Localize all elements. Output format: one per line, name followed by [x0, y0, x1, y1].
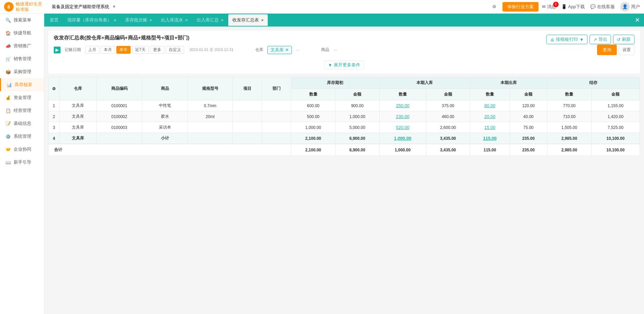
tab-batch-account[interactable]: 库存批次账 ✕: [121, 14, 156, 26]
sidebar-item-finance[interactable]: 💰 资金管理: [0, 91, 44, 104]
subtotal-in-qty[interactable]: 1,000.00: [379, 133, 426, 144]
query-button[interactable]: 查询: [597, 45, 617, 55]
total-balance-qty: 2,985.00: [547, 144, 591, 156]
row1-out-qty-link[interactable]: 80.00: [484, 103, 496, 108]
table-row: 1 文具库 0100001 中性笔 0.7mm 600.00 900.00 25…: [49, 100, 640, 111]
sidebar-item-sales[interactable]: 🛒 销售管理: [0, 52, 44, 65]
row3-opening-amt: 5,000.00: [335, 122, 379, 133]
row1-out-qty[interactable]: 80.00: [470, 100, 510, 111]
date-btn-this-month[interactable]: 本月: [101, 46, 115, 54]
sidebar-item-inventory[interactable]: 📊 库存核算: [0, 78, 44, 91]
table-row: 3 文具库 0100003 采访本 1,000.00 5,000.00 520.…: [49, 122, 640, 133]
export-label: 导出: [598, 36, 607, 43]
row1-product-code: 0100001: [97, 100, 142, 111]
tab-batch-account-close-icon[interactable]: ✕: [149, 18, 152, 22]
message-item[interactable]: ✉ 消息 6: [542, 4, 556, 10]
row3-in-qty[interactable]: 520.00: [379, 122, 426, 133]
sidebar-item-label: 快捷导航: [14, 30, 31, 36]
row2-product-code: 0100002: [97, 111, 142, 122]
row3-out-qty[interactable]: 15.00: [470, 122, 510, 133]
th-out-amt: 金额: [510, 89, 547, 100]
tab-stock-dist[interactable]: 现存量（库存分布表） ✕: [63, 14, 120, 26]
user-item[interactable]: 👤 用户: [620, 2, 640, 12]
warehouse-more-icon[interactable]: ···: [296, 48, 299, 52]
date-btn-custom[interactable]: 自定义: [166, 46, 184, 54]
top-bar: 6 畅捷通好生意 标准版 装备及固定资产辅助管理系统 ▼ ⚙ 体验行业方案 ✉ …: [0, 0, 644, 14]
filter-settings-button[interactable]: 设置: [619, 45, 634, 55]
table-container: ⚙ 仓库 商品编码 商品 规格型号 项目 部门 库存期初 本期入库 本期出库 结…: [48, 77, 640, 156]
tabs-close-all-icon[interactable]: ✕: [632, 16, 643, 24]
th-settings[interactable]: ⚙: [49, 77, 60, 100]
warehouse-tag: 文具库 ✕: [267, 46, 292, 54]
row2-department: [262, 111, 291, 122]
tab-home[interactable]: 首页: [46, 14, 63, 26]
th-group-opening: 库存期初: [291, 77, 379, 89]
tab-recv-send-summary[interactable]: 收发存汇总表 ✕: [228, 14, 268, 26]
tab-inout-flow[interactable]: 出入库流水 ✕: [157, 14, 192, 26]
expand-conditions-button[interactable]: ▼ 展开更多条件: [324, 61, 364, 69]
warehouse-tag-remove-icon[interactable]: ✕: [285, 47, 289, 52]
warehouse-filter-label: 仓库: [255, 47, 263, 53]
row2-out-qty[interactable]: 20.00: [470, 111, 510, 122]
guide-icon: 📖: [5, 160, 11, 165]
subtotal-in-amt: 3,435.00: [426, 133, 470, 144]
row3-out-qty-link[interactable]: 15.00: [484, 125, 496, 130]
subtotal-out-qty[interactable]: 115.00: [470, 133, 510, 144]
subtotal-label: 小计: [142, 133, 188, 144]
subtotal-in-qty-link[interactable]: 1,000.00: [394, 136, 411, 141]
sidebar-item-guide[interactable]: 📖 新手引导: [0, 156, 44, 169]
print-dropdown-icon[interactable]: ▼: [579, 37, 584, 42]
sidebar-item-quick-nav[interactable]: 🏠 快捷导航: [0, 27, 44, 39]
product-more-icon[interactable]: ···: [333, 48, 337, 52]
subtotal-out-qty-link[interactable]: 115.00: [483, 136, 497, 141]
trial-button[interactable]: 体验行业方案: [502, 2, 539, 12]
tab-inout-summary-close-icon[interactable]: ✕: [221, 18, 224, 22]
date-btn-this-year[interactable]: 本年: [116, 46, 131, 54]
th-opening-amt: 金额: [335, 89, 379, 100]
row1-in-qty-link[interactable]: 250.00: [396, 103, 410, 108]
tab-home-label: 首页: [50, 17, 59, 23]
tab-inout-summary-label: 出入库汇总: [197, 17, 219, 23]
sidebar-item-operations[interactable]: 📋 经营管理: [0, 104, 44, 117]
row1-out-amt: 120.00: [510, 100, 547, 111]
message-icon: ✉: [542, 4, 546, 9]
filter-expand-arrow[interactable]: ▶: [54, 47, 61, 53]
date-btn-7days[interactable]: 近7天: [132, 46, 149, 54]
export-button[interactable]: ↗ 导出: [590, 35, 611, 44]
row1-in-qty[interactable]: 250.00: [379, 100, 426, 111]
row2-out-qty-link[interactable]: 20.00: [484, 114, 496, 119]
online-service-item[interactable]: 💬 在线客服: [590, 4, 615, 10]
tab-recv-send-summary-close-icon[interactable]: ✕: [261, 18, 264, 22]
tab-inout-flow-close-icon[interactable]: ✕: [185, 18, 188, 22]
refresh-button[interactable]: ↺ 刷新: [613, 35, 634, 44]
settings-icon[interactable]: ⚙: [490, 2, 499, 12]
sidebar-item-system[interactable]: ⚙️ 系统管理: [0, 130, 44, 143]
row2-in-qty[interactable]: 230.00: [379, 111, 426, 122]
sidebar-item-enterprise[interactable]: 🤝 企业协同: [0, 143, 44, 156]
print-button[interactable]: 🖨 按模板打印 ▼: [546, 35, 588, 44]
row2-warehouse: 文具库: [60, 111, 97, 122]
tab-stock-dist-close-icon[interactable]: ✕: [114, 18, 116, 22]
app-download-item[interactable]: 📱 App下载: [561, 4, 585, 10]
row2-in-qty-link[interactable]: 230.00: [396, 114, 410, 119]
sidebar-item-search[interactable]: 🔍 搜索菜单: [0, 14, 44, 27]
sidebar-item-purchase[interactable]: 📦 采购管理: [0, 65, 44, 78]
tab-inout-summary[interactable]: 出入库汇总 ✕: [193, 14, 228, 26]
sidebar-item-label: 企业协同: [14, 146, 31, 152]
total-opening-qty: 2,100.00: [291, 144, 335, 156]
row1-in-amt: 375.00: [426, 100, 470, 111]
system-dropdown-icon[interactable]: ▼: [112, 4, 116, 9]
sidebar-item-basic-info[interactable]: 📝 基础信息: [0, 117, 44, 130]
enterprise-icon: 🤝: [5, 147, 11, 152]
row3-product-spec: [188, 122, 233, 133]
table-row: 2 文具库 0100002 胶水 20ml 500.00 1,000.00 23…: [49, 111, 640, 122]
row3-in-qty-link[interactable]: 520.00: [396, 125, 410, 130]
total-label: 合计: [49, 144, 291, 156]
row1-product-spec: 0.7mm: [188, 100, 233, 111]
date-btn-last-month[interactable]: 上月: [85, 46, 99, 54]
sidebar-item-label: 搜索菜单: [14, 17, 31, 23]
sidebar-item-marketing[interactable]: 📣 营销推广: [0, 39, 44, 52]
th-project: 项目: [233, 77, 262, 100]
date-btn-more[interactable]: 更多: [150, 46, 164, 54]
th-product-name: 商品: [142, 77, 188, 100]
